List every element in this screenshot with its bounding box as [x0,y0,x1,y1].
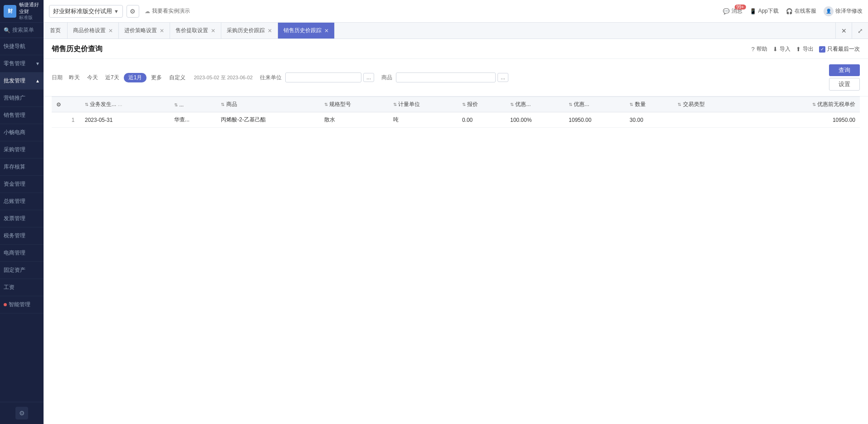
settings-query-button[interactable]: 设置 [829,78,860,91]
sidebar-item-marketing[interactable]: 营销推广 [0,90,44,107]
app-label: App下载 [758,7,779,15]
table-area: ⚙ ⇅ 业务发生... ... ⇅ ... ⇅ [44,96,868,424]
page-header-actions: ? 帮助 ⬇ 导入 ⬆ 导出 ✓ 只看最后一次 [751,45,860,53]
th-dots-icon[interactable]: ... [118,101,122,107]
sidebar-item-tax[interactable]: 税务管理 [0,227,44,245]
sidebar-item-finance[interactable]: 资金管理 [0,176,44,193]
sidebar-item-wholesale[interactable]: 批发管理 ▲ [0,72,44,90]
th-gear[interactable]: ⚙ [52,97,66,112]
from-unit-dots-button[interactable]: ... [363,73,374,82]
cell-discount1: 100.00% [506,112,564,128]
sort-icon: ⇅ [324,102,328,107]
sidebar-item-label: 库存核算 [4,163,25,171]
sidebar-item-salary[interactable]: 工资 [0,279,44,296]
search-icon: 🔍 [4,27,10,34]
sidebar-item-ledger[interactable]: 总账管理 [0,193,44,210]
th-discount2[interactable]: ⇅ 优惠... [564,97,625,112]
cell-product: 丙烯酸-2-乙基己酯 [216,112,319,128]
tab-sale-extract[interactable]: 售价提取设置 ✕ [170,23,221,39]
date-btn-last7[interactable]: 近7天 [102,73,122,82]
sidebar-item-ecommerce-small[interactable]: 小畅电商 [0,124,44,141]
close-tab-button[interactable]: ✕ [835,23,852,39]
sidebar-item-retail[interactable]: 零售管理 ▼ [0,55,44,72]
query-button[interactable]: 查询 [829,64,860,76]
tab-label: 进价策略设置 [124,27,157,34]
sidebar-item-label: 总账管理 [4,198,25,205]
app-download-button[interactable]: 📱 App下载 [750,7,779,15]
online-service-button[interactable]: 🎧 在线客服 [786,7,816,15]
th-discount1[interactable]: ⇅ 优惠... [506,97,564,112]
export-button[interactable]: ⬆ 导出 [796,45,814,53]
th-unit[interactable]: ⇅ 计量单位 [389,97,458,112]
maximize-button[interactable]: ⤢ [852,23,868,39]
sidebar: 财 畅捷通好业财 标准版 🔍 搜索菜单 快捷导航 零售管理 ▼ 批发管理 ▲ 营… [0,0,44,424]
sidebar-item-assets[interactable]: 固定资产 [0,262,44,279]
sidebar-item-ecommerce[interactable]: 电商管理 [0,245,44,262]
tab-close-icon[interactable]: ✕ [211,28,215,34]
logo-icon: 财 [4,5,16,18]
sidebar-item-inventory[interactable]: 库存核算 [0,159,44,176]
date-btn-last1m[interactable]: 近1月 [124,73,147,82]
tab-close-icon[interactable]: ✕ [324,28,329,34]
date-btn-custom[interactable]: 自定义 [166,73,188,82]
date-btn-yesterday[interactable]: 昨天 [66,73,83,82]
tab-home[interactable]: 首页 [44,23,68,39]
help-button[interactable]: ? 帮助 [751,45,767,53]
th-qty[interactable]: ⇅ 数量 [625,97,673,112]
th-spec[interactable]: ⇅ 规格型号 [320,97,389,112]
sidebar-item-quicknav[interactable]: 快捷导航 [0,38,44,55]
sidebar-item-invoice[interactable]: 发票管理 [0,210,44,227]
th-product[interactable]: ⇅ 商品 [216,97,319,112]
tab-close-icon[interactable]: ✕ [160,28,164,34]
th-price[interactable]: ⇅ 报价 [458,97,506,112]
date-btn-more[interactable]: 更多 [148,73,165,82]
th-num [66,97,80,112]
th-biz-date[interactable]: ⇅ 业务发生... ... [80,97,170,112]
product-input[interactable] [396,72,496,82]
export-label: 导出 [803,45,814,53]
sidebar-search[interactable]: 🔍 搜索菜单 [0,23,44,38]
tab-close-icon[interactable]: ✕ [268,28,272,34]
sidebar-item-label: 资金管理 [4,180,25,188]
th-product-code[interactable]: ⇅ ... [170,97,217,112]
product-input-wrap: ... [396,72,508,82]
tab-purchase-strategy[interactable]: 进价策略设置 ✕ [119,23,170,39]
user-profile-button[interactable]: 👤 徐泽华修改 [824,6,863,16]
tab-sales-history[interactable]: 销售历史价跟踪 ✕ [278,23,335,39]
sidebar-item-purchase[interactable]: 采购管理 [0,141,44,159]
settings-button[interactable]: ⚙ [127,5,139,18]
demo-button[interactable]: ☁ 我要看实例演示 [145,7,190,15]
sort-icon: ⇅ [629,102,633,107]
date-btn-today[interactable]: 今天 [84,73,101,82]
chevron-down-icon: ▼ [114,9,119,14]
sidebar-item-smart[interactable]: 智能管理 [0,296,44,313]
sidebar-item-label: 固定资产 [4,266,25,274]
th-pretax-price[interactable]: ⇅ 优惠前无税单价 [760,97,860,112]
cell-spec: 散水 [320,112,389,128]
tab-purchase-history[interactable]: 采购历史价跟踪 ✕ [221,23,278,39]
avatar: 👤 [824,6,834,16]
message-icon: 💬 [723,8,730,14]
message-button[interactable]: 💬 消息 99+ [723,7,742,15]
sidebar-bottom: ⚙ [0,402,44,424]
headset-icon: 🎧 [786,8,793,14]
page-header: 销售历史价查询 ? 帮助 ⬇ 导入 ⬆ 导出 ✓ 只看最后一次 [44,39,868,59]
import-button[interactable]: ⬇ 导入 [773,45,790,53]
query-bar: 日期 昨天 今天 近7天 近1月 更多 自定义 2023-05-02 至 202… [44,59,868,96]
from-unit-input[interactable] [285,72,361,82]
demo-label: 我要看实例演示 [152,7,190,15]
sidebar-settings-button[interactable]: ⚙ [15,407,28,419]
version-selector[interactable]: 好业财标准版交付试用 ▼ [49,5,123,18]
tab-close-icon[interactable]: ✕ [108,28,113,34]
tab-price[interactable]: 商品价格设置 ✕ [68,23,119,39]
sidebar-item-sales[interactable]: 销售管理 [0,107,44,124]
th-trade-type[interactable]: ⇅ 交易类型 [673,97,742,112]
only-last-checkbox[interactable]: ✓ 只看最后一次 [819,45,860,53]
page-content: 销售历史价查询 ? 帮助 ⬇ 导入 ⬆ 导出 ✓ 只看最后一次 [44,39,868,424]
query-actions: 查询 设置 [829,64,860,91]
phone-icon: 📱 [750,8,756,14]
product-dots-button[interactable]: ... [497,73,508,82]
tabbar: 首页 商品价格设置 ✕ 进价策略设置 ✕ 售价提取设置 ✕ 采购历史价跟踪 ✕ … [44,23,868,39]
tabbar-actions: ✕ ⤢ [835,23,868,39]
sort-icon: ⇅ [678,102,681,107]
